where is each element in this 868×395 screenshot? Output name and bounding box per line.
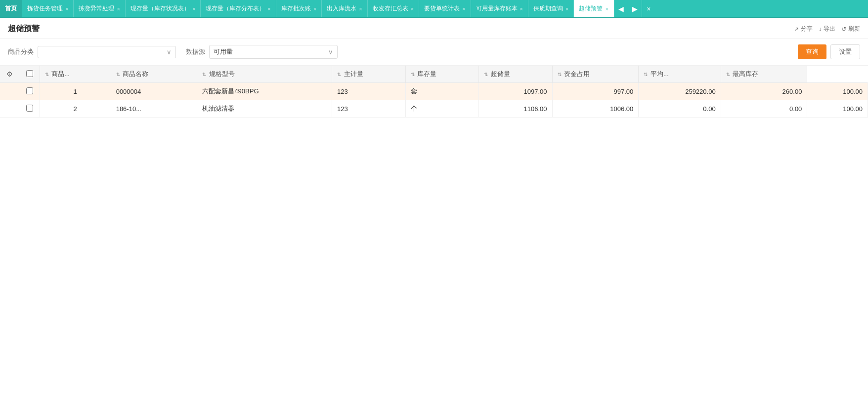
abnormal-close[interactable]: × — [117, 6, 120, 12]
unit-col-label: 主计量 — [344, 70, 363, 78]
row-checkbox[interactable] — [26, 105, 33, 112]
overstock-warn-label: 超储预警 — [579, 4, 603, 13]
row-checkbox-cell[interactable] — [20, 83, 40, 100]
datasource-select-value: 可用量 — [214, 47, 233, 56]
col-checkbox-header[interactable] — [20, 66, 40, 83]
avg-col-label: 平均... — [651, 70, 669, 78]
row-num-cell: 1 — [40, 83, 111, 100]
stock-status-close[interactable]: × — [192, 6, 195, 12]
stock-dist-close[interactable]: × — [267, 6, 270, 12]
row-unit: 个 — [405, 100, 479, 118]
capital-usage-col-label: 资金占用 — [564, 70, 590, 78]
task-mgmt-close[interactable]: × — [65, 6, 68, 12]
datasource-filter-group: 数据源 可用量 ∨ — [186, 45, 338, 59]
topbar-stock-dist[interactable]: 现存量（库存分布表） × — [201, 0, 276, 17]
available-account-label: 可用量库存账本 — [476, 4, 518, 13]
inout-flow-close[interactable]: × — [359, 6, 362, 12]
unit-sort-icon[interactable]: ⇅ — [337, 72, 341, 77]
batch-account-label: 库存批次账 — [281, 4, 311, 13]
refresh-icon: ↺ — [841, 26, 846, 33]
col-product-name-header[interactable]: ⇅ 商品名称 — [111, 66, 197, 83]
product-name-col-label: 商品名称 — [123, 70, 148, 78]
row-overstock-qty: 1006.00 — [552, 100, 639, 118]
topbar-home[interactable]: 首页 — [0, 0, 22, 17]
table-body: 1 0000004 六配套新昌490BPG 123 套 1097.00 997.… — [0, 83, 868, 118]
available-account-close[interactable]: × — [520, 6, 523, 12]
datasource-select[interactable]: 可用量 ∨ — [209, 45, 338, 59]
topbar-batch-account[interactable]: 库存批次账 × — [276, 0, 322, 17]
row-avg: 260.00 — [721, 83, 807, 100]
data-table: ⚙ ⇅ 商品... ⇅ 商品名称 ⇅ 规格型号 — [0, 66, 868, 118]
category-select[interactable]: ∨ — [38, 46, 176, 58]
topbar-stock-status[interactable]: 现存量（库存状况表） × — [126, 0, 201, 17]
topbar: 首页 拣货任务管理 × 拣货异常处理 × 现存量（库存状况表） × 现存量（库存… — [0, 0, 868, 18]
row-checkbox[interactable] — [26, 87, 33, 94]
export-button[interactable]: ↓ 导出 — [819, 25, 835, 33]
col-settings-header[interactable]: ⚙ — [0, 66, 20, 83]
max-stock-col-label: 最高库存 — [733, 70, 758, 78]
collect-summary-close[interactable]: × — [411, 6, 414, 12]
topbar-collect-summary[interactable]: 收发存汇总表 × — [368, 0, 419, 17]
overstock-qty-sort-icon[interactable]: ⇅ — [484, 72, 488, 77]
table-container: ⚙ ⇅ 商品... ⇅ 商品名称 ⇅ 规格型号 — [0, 66, 868, 118]
share-button[interactable]: ↗ 分享 — [794, 25, 813, 33]
col-unit-header[interactable]: ⇅ 主计量 — [332, 66, 406, 83]
settings-gear-icon[interactable]: ⚙ — [6, 70, 13, 78]
topbar-inout-flow[interactable]: 出入库流水 × — [322, 0, 367, 17]
row-product-name: 机油滤清器 — [197, 100, 332, 118]
row-num-cell: 2 — [40, 100, 111, 118]
topbar-prev-btn[interactable]: ◀ — [614, 0, 628, 17]
next-icon: ▶ — [632, 5, 638, 13]
task-mgmt-label: 拣货任务管理 — [27, 4, 63, 13]
capital-usage-sort-icon[interactable]: ⇅ — [558, 72, 562, 77]
overstock-warn-close[interactable]: × — [605, 6, 608, 12]
col-product-code-header[interactable]: ⇅ 商品... — [40, 66, 111, 83]
row-spec: 123 — [332, 100, 406, 118]
select-all-checkbox[interactable] — [26, 70, 33, 77]
row-max-stock: 100.00 — [807, 100, 868, 118]
topbar-abnormal[interactable]: 拣货异常处理 × — [74, 0, 125, 17]
quality-check-close[interactable]: × — [565, 6, 568, 12]
category-label: 商品分类 — [8, 47, 34, 56]
abnormal-label: 拣货异常处理 — [79, 4, 114, 13]
row-product-name: 六配套新昌490BPG — [197, 83, 332, 100]
topbar-close-btn[interactable]: × — [642, 0, 655, 17]
topbar-task-mgmt[interactable]: 拣货任务管理 × — [22, 0, 74, 17]
row-checkbox-cell[interactable] — [20, 100, 40, 118]
order-stats-label: 要货单统计表 — [424, 4, 460, 13]
batch-account-close[interactable]: × — [313, 6, 316, 12]
topbar-overstock-warn[interactable]: 超储预警 × — [574, 0, 613, 17]
col-overstock-qty-header[interactable]: ⇅ 超储量 — [479, 66, 553, 83]
max-stock-sort-icon[interactable]: ⇅ — [726, 72, 730, 77]
col-spec-header[interactable]: ⇅ 规格型号 — [197, 66, 332, 83]
settings-button[interactable]: 设置 — [830, 44, 860, 59]
table-row: 1 0000004 六配套新昌490BPG 123 套 1097.00 997.… — [0, 83, 868, 100]
filter-area: 商品分类 ∨ 数据源 可用量 ∨ 查询 设置 — [0, 39, 868, 66]
topbar-order-stats[interactable]: 要货单统计表 × — [419, 0, 471, 17]
col-stock-qty-header[interactable]: ⇅ 库存量 — [405, 66, 479, 83]
product-code-col-label: 商品... — [51, 70, 70, 78]
topbar-quality-check[interactable]: 保质期查询 × — [528, 0, 574, 17]
datasource-label: 数据源 — [186, 47, 205, 56]
spec-sort-icon[interactable]: ⇅ — [202, 72, 206, 77]
product-code-sort-icon[interactable]: ⇅ — [45, 72, 49, 77]
page-content: 超储预警 ↗ 分享 ↓ 导出 ↺ 刷新 商品分类 ∨ 数据源 — [0, 18, 868, 395]
refresh-button[interactable]: ↺ 刷新 — [841, 25, 860, 33]
row-settings-cell — [0, 100, 20, 118]
topbar-available-account[interactable]: 可用量库存账本 × — [471, 0, 528, 17]
stock-qty-col-label: 库存量 — [417, 70, 436, 78]
order-stats-close[interactable]: × — [462, 6, 465, 12]
row-capital-usage: 0.00 — [639, 100, 721, 118]
topbar-next-btn[interactable]: ▶ — [628, 0, 642, 17]
table-header-row: ⚙ ⇅ 商品... ⇅ 商品名称 ⇅ 规格型号 — [0, 66, 868, 83]
stock-qty-sort-icon[interactable]: ⇅ — [411, 72, 415, 77]
row-product-code: 0000004 — [111, 83, 197, 100]
row-avg: 0.00 — [721, 100, 807, 118]
avg-sort-icon[interactable]: ⇅ — [644, 72, 648, 77]
query-button[interactable]: 查询 — [798, 44, 826, 59]
col-avg-header[interactable]: ⇅ 平均... — [639, 66, 721, 83]
product-name-sort-icon[interactable]: ⇅ — [116, 72, 120, 77]
refresh-label: 刷新 — [848, 25, 860, 33]
col-capital-usage-header[interactable]: ⇅ 资金占用 — [552, 66, 639, 83]
col-max-stock-header[interactable]: ⇅ 最高库存 — [721, 66, 807, 83]
